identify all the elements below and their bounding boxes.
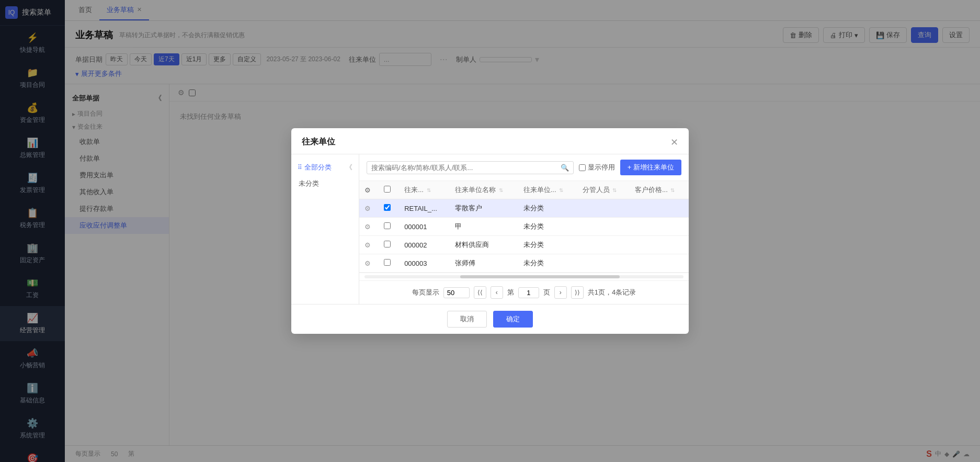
code-sort-icon: ⇅ bbox=[427, 187, 431, 193]
cat-header-label: 全部分类 bbox=[304, 163, 332, 172]
next-page-btn[interactable]: › bbox=[554, 286, 567, 299]
select-all-checkbox[interactable] bbox=[384, 186, 391, 193]
category-sort-icon: ⇅ bbox=[559, 187, 563, 193]
row-salesperson-cell bbox=[577, 199, 630, 218]
dialog-header: 往来单位 ✕ bbox=[291, 128, 689, 154]
first-page-btn[interactable]: ⟨⟨ bbox=[474, 286, 486, 299]
dialog-close-btn[interactable]: ✕ bbox=[670, 138, 678, 147]
row-price-cat-cell bbox=[630, 236, 689, 254]
prev-page-btn[interactable]: ‹ bbox=[491, 286, 503, 299]
row-code-cell: 000003 bbox=[399, 254, 450, 273]
cat-collapse-btn[interactable]: 《 bbox=[346, 163, 352, 172]
dialog-pagination: 每页显示 50 20 100 ⟨⟨ ‹ 第 页 › ⟩⟩ 共1页，4条记录 bbox=[359, 280, 689, 304]
dialog-overlay[interactable]: 往来单位 ✕ ⠿ 全部分类 《 未分类 bbox=[0, 0, 980, 462]
table-body: ⚙ RETAIL_... 零散客户 未分类 ⚙ 000001 甲 未分类 ⚙ 0… bbox=[359, 199, 689, 273]
settings-icon[interactable]: ⚙ bbox=[364, 186, 371, 194]
confirm-button[interactable]: 确定 bbox=[493, 311, 533, 328]
page-size-select[interactable]: 50 20 100 bbox=[443, 287, 470, 298]
add-partner-button[interactable]: + 新增往来单位 bbox=[620, 160, 681, 175]
th-code-label: 往来... bbox=[404, 186, 424, 194]
partner-search-box: 🔍 bbox=[367, 161, 574, 174]
th-name-label: 往来单位名称 bbox=[455, 186, 496, 194]
salesperson-sort-icon: ⇅ bbox=[612, 187, 617, 193]
row-checkbox-cell bbox=[379, 254, 399, 273]
row-checkbox[interactable] bbox=[384, 241, 391, 247]
th-name: 往来单位名称 ⇅ bbox=[450, 181, 518, 199]
dialog-toolbar: 🔍 显示停用 + 新增往来单位 bbox=[359, 154, 689, 181]
show-disabled-checkbox[interactable] bbox=[579, 164, 586, 171]
table-header-row: ⚙ 往来... ⇅ 往来单位名称 ⇅ bbox=[359, 181, 689, 199]
table-head: ⚙ 往来... ⇅ 往来单位名称 ⇅ bbox=[359, 181, 689, 199]
page-end-label: 页 bbox=[543, 288, 550, 297]
row-settings-cell: ⚙ bbox=[359, 199, 379, 218]
scrollbar-thumb[interactable] bbox=[460, 275, 620, 278]
th-code: 往来... ⇅ bbox=[399, 181, 450, 199]
table-row[interactable]: ⚙ RETAIL_... 零散客户 未分类 bbox=[359, 199, 689, 218]
row-category-cell: 未分类 bbox=[518, 218, 577, 236]
page-input[interactable] bbox=[518, 287, 539, 298]
cat-header: ⠿ 全部分类 《 bbox=[291, 160, 359, 175]
row-settings-cell: ⚙ bbox=[359, 236, 379, 254]
show-disabled-label[interactable]: 显示停用 bbox=[579, 163, 615, 172]
total-label: 共1页，4条记录 bbox=[588, 288, 636, 297]
row-category-cell: 未分类 bbox=[518, 254, 577, 273]
table-row[interactable]: ⚙ 000002 材料供应商 未分类 bbox=[359, 236, 689, 254]
cat-item-uncategorized[interactable]: 未分类 bbox=[291, 175, 359, 192]
row-category-cell: 未分类 bbox=[518, 199, 577, 218]
partner-dialog: 往来单位 ✕ ⠿ 全部分类 《 未分类 bbox=[291, 128, 689, 334]
search-icon: 🔍 bbox=[561, 164, 569, 172]
row-name-cell: 张师傅 bbox=[450, 254, 518, 273]
dialog-scrollbar[interactable] bbox=[359, 273, 689, 280]
row-name-cell: 甲 bbox=[450, 218, 518, 236]
row-name-cell: 材料供应商 bbox=[450, 236, 518, 254]
row-checkbox[interactable] bbox=[384, 222, 391, 229]
page-label: 第 bbox=[507, 288, 514, 297]
dialog-body: ⠿ 全部分类 《 未分类 🔍 显示停用 bbox=[291, 154, 689, 304]
row-checkbox-cell bbox=[379, 218, 399, 236]
cancel-button[interactable]: 取消 bbox=[447, 311, 487, 328]
dialog-footer: 取消 确定 bbox=[291, 304, 689, 334]
row-salesperson-cell bbox=[577, 254, 630, 273]
scrollbar-track bbox=[364, 275, 683, 278]
add-partner-label: + 新增往来单位 bbox=[628, 163, 674, 172]
th-category: 往来单位... ⇅ bbox=[518, 181, 577, 199]
th-salesperson-label: 分管人员 bbox=[583, 186, 610, 194]
table-row[interactable]: ⚙ 000001 甲 未分类 bbox=[359, 218, 689, 236]
row-checkbox-cell bbox=[379, 199, 399, 218]
last-page-btn[interactable]: ⟩⟩ bbox=[571, 286, 584, 299]
row-price-cat-cell bbox=[630, 199, 689, 218]
row-settings-cell: ⚙ bbox=[359, 254, 379, 273]
row-price-cat-cell bbox=[630, 218, 689, 236]
row-settings-icon[interactable]: ⚙ bbox=[364, 260, 371, 267]
grid-icon: ⠿ bbox=[298, 164, 302, 171]
th-settings: ⚙ bbox=[359, 181, 379, 199]
dialog-title: 往来单位 bbox=[302, 137, 335, 148]
show-disabled-text: 显示停用 bbox=[588, 163, 615, 172]
name-sort-icon: ⇅ bbox=[499, 187, 503, 193]
row-settings-icon[interactable]: ⚙ bbox=[364, 241, 371, 249]
th-checkbox bbox=[379, 181, 399, 199]
partner-search-input[interactable] bbox=[371, 164, 557, 172]
row-name-cell: 零散客户 bbox=[450, 199, 518, 218]
th-salesperson: 分管人员 ⇅ bbox=[577, 181, 630, 199]
page-size-label: 每页显示 bbox=[412, 288, 439, 297]
table-row[interactable]: ⚙ 000003 张师傅 未分类 bbox=[359, 254, 689, 273]
row-settings-icon[interactable]: ⚙ bbox=[364, 205, 371, 212]
price-cat-sort-icon: ⇅ bbox=[670, 187, 675, 193]
row-settings-icon[interactable]: ⚙ bbox=[364, 223, 371, 231]
row-code-cell: RETAIL_... bbox=[399, 199, 450, 218]
row-price-cat-cell bbox=[630, 254, 689, 273]
th-price-cat-label: 客户价格... bbox=[635, 186, 668, 194]
row-checkbox-cell bbox=[379, 236, 399, 254]
category-sidebar: ⠿ 全部分类 《 未分类 bbox=[291, 154, 359, 304]
cat-header-content: ⠿ 全部分类 bbox=[298, 163, 332, 172]
row-category-cell: 未分类 bbox=[518, 236, 577, 254]
row-checkbox[interactable] bbox=[384, 259, 391, 266]
row-code-cell: 000002 bbox=[399, 236, 450, 254]
dialog-right-panel: 🔍 显示停用 + 新增往来单位 ⚙ bbox=[359, 154, 689, 304]
row-checkbox[interactable] bbox=[384, 204, 391, 211]
partner-table: ⚙ 往来... ⇅ 往来单位名称 ⇅ bbox=[359, 181, 689, 273]
row-settings-cell: ⚙ bbox=[359, 218, 379, 236]
row-salesperson-cell bbox=[577, 236, 630, 254]
row-salesperson-cell bbox=[577, 218, 630, 236]
